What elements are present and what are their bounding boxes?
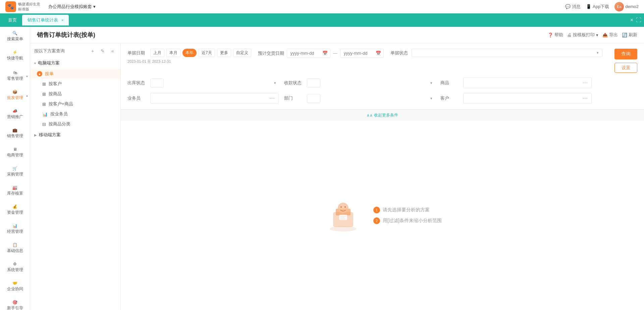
tree-item-by-customer[interactable]: ⊞ 按客户 (30, 79, 120, 89)
tree-item-by-order[interactable]: ● 按单 (30, 69, 120, 79)
edit-scheme-btn[interactable]: ✎ (99, 47, 106, 55)
export-icon: 📤 (602, 33, 608, 38)
date-btn-custom[interactable]: 自定义 (233, 49, 251, 57)
setting-button[interactable]: 设置 (614, 63, 637, 73)
tree-icon-goods: ⊞ (42, 92, 46, 97)
tree-icon-customer: ⊞ (42, 82, 46, 87)
top-bar-left: 🐾 畅捷通好生意 标准版 办公用品行业模拟账套 ▾ (5, 1, 96, 12)
window-close-btn[interactable]: × (630, 17, 633, 23)
delivery-select-wrap: ▾ (150, 79, 279, 88)
message-btn[interactable]: 💬 消息 (565, 4, 581, 10)
left-panel: 按以下方案查询 + ✎ « ▾ 电脑端方案 ● 按单 (30, 43, 121, 310)
logo-area: 🐾 畅捷通好生意 标准版 (5, 1, 40, 12)
sidebar-item-marketing[interactable]: 📣 营销推广 (0, 105, 30, 124)
empty-hint-1: 1 请先选择要分析的方案 (373, 207, 442, 213)
sidebar-item-system[interactable]: ⚙ 系统管理 (0, 258, 30, 277)
delivery-select[interactable] (150, 79, 164, 88)
page-selector[interactable]: 办公用品行业模拟账套 ▾ (48, 4, 96, 10)
tree-item-by-goods[interactable]: ⊞ 按商品 (30, 89, 120, 99)
hint-num-2: 2 (373, 217, 380, 224)
svg-rect-6 (339, 215, 347, 220)
collapse-panel-btn[interactable]: « (109, 47, 116, 55)
logo-text: 畅捷通好生意 标准版 (18, 2, 40, 11)
left-panel-header: 按以下方案查询 + ✎ « (30, 43, 120, 57)
sidebar-item-retail[interactable]: 🛍 零售管理 ▾ (0, 66, 30, 86)
sidebar-item-newguide[interactable]: 🎯 新手引导 (0, 296, 30, 310)
salesperson-field[interactable]: ··· (150, 93, 279, 104)
date-btn-this-month[interactable]: 本月 (166, 49, 180, 57)
date-label: 单据日期 (127, 50, 148, 56)
collapse-bar[interactable]: ∧∧ 收起更多条件 (121, 109, 644, 121)
refresh-btn[interactable]: 🔄 刷新 (622, 32, 637, 38)
date-btn-more[interactable]: 更多 (217, 49, 231, 57)
tree-section-mobile[interactable]: ▶ 移动端方案 (30, 129, 120, 141)
tab-close-btn[interactable]: × (61, 18, 63, 22)
department-select-wrap: ▾ (307, 94, 435, 103)
goods-dots-btn[interactable]: ··· (583, 80, 588, 86)
message-icon: 💬 (565, 4, 571, 9)
window-expand-btn[interactable]: ⛶ (636, 17, 641, 23)
tree-section-pc[interactable]: ▾ 电脑端方案 (30, 57, 120, 69)
sidebar-item-ecommerce[interactable]: 🖥 电商管理 (0, 143, 30, 162)
page-title: 销售订单统计表(按单) (37, 31, 95, 43)
action-col: 查询 设置 (609, 49, 637, 73)
customer-dots-btn[interactable]: ··· (583, 95, 588, 101)
tree-item-by-salesperson[interactable]: 📊 按业务员 (30, 109, 120, 119)
search-button[interactable]: 查询 (614, 49, 637, 59)
status-select[interactable]: ▾ (412, 49, 602, 57)
avatar: Ea (614, 2, 624, 11)
content-area: 销售订单统计表(按单) ❓ 帮助 🖨 按模板打印 ▾ 📤 导出 🔄 刷新 (30, 27, 644, 310)
export-btn[interactable]: 📤 导出 (602, 32, 618, 38)
tab-home[interactable]: 首页 (3, 15, 22, 25)
expected-date-end-wrap: 📅 (340, 49, 384, 58)
hint-num-1: 1 (373, 207, 380, 213)
sidebar-item-sales[interactable]: 💼 销售管理 (0, 124, 30, 143)
app-download-btn[interactable]: 📱 App下载 (586, 4, 609, 10)
empty-text-area: 1 请先选择要分析的方案 2 用[过滤]条件来缩小分析范围 (373, 207, 442, 224)
sidebar-item-quick-nav[interactable]: ⚡ 快捷导航 (0, 46, 30, 65)
sidebar: 🔍 搜索菜单 ⚡ 快捷导航 🛍 零售管理 ▾ 📦 批发管理 ▴ 📣 营销推广 💼… (0, 27, 30, 310)
sidebar-item-operation[interactable]: 📊 经营管理 (0, 219, 30, 239)
date-filter-group: 上月 本月 本年 近7天 更多 自定义 (150, 49, 251, 57)
print-dropdown-arrow[interactable]: ▾ (596, 33, 598, 38)
delivery-arrow-icon: ▾ (274, 81, 276, 85)
svg-point-3 (338, 203, 348, 213)
sidebar-item-wholesale[interactable]: 📦 批发管理 ▴ (0, 86, 30, 105)
page-selector-arrow: ▾ (93, 4, 96, 9)
date-btn-last7[interactable]: 近7天 (199, 49, 215, 57)
add-scheme-btn[interactable]: + (89, 47, 96, 55)
sidebar-item-basic[interactable]: 📋 基础信息 (0, 239, 30, 258)
customer-field[interactable]: ··· (463, 93, 592, 104)
top-bar: 🐾 畅捷通好生意 标准版 办公用品行业模拟账套 ▾ 💬 消息 📱 App下载 E… (0, 0, 644, 13)
tree-item-by-category[interactable]: ⊟ 按商品分类 (30, 119, 120, 129)
sidebar-item-finance[interactable]: 💰 资金管理 (0, 200, 30, 219)
inner-layout: 按以下方案查询 + ✎ « ▾ 电脑端方案 ● 按单 (30, 43, 644, 310)
date-btn-this-year[interactable]: 本年 (182, 49, 197, 57)
payment-select[interactable] (307, 79, 320, 88)
help-icon: ❓ (548, 33, 553, 38)
salesperson-label: 业务员 (127, 95, 148, 101)
expected-date-label: 预计交货日期 (258, 50, 284, 56)
department-select[interactable] (307, 94, 320, 103)
date-btn-last-month[interactable]: 上月 (150, 49, 164, 57)
tree-icon-customer-goods: ⊞ (42, 102, 46, 107)
sidebar-item-enterprise[interactable]: 🤝 企业协同 (0, 277, 30, 296)
goods-field[interactable]: ··· (463, 78, 592, 88)
sidebar-item-inventory[interactable]: 🏭 库存核算 (0, 181, 30, 200)
print-btn[interactable]: 🖨 按模板打印 ▾ (567, 32, 598, 38)
tab-sales-order[interactable]: 销售订单统计表 × (22, 15, 69, 25)
status-arrow-icon: ▾ (597, 51, 599, 55)
tree-item-by-customer-goods[interactable]: ⊞ 按客户+商品 (30, 99, 120, 109)
user-menu[interactable]: Ea demo2 (614, 2, 639, 11)
sidebar-item-purchase[interactable]: 🛒 采购管理 (0, 162, 30, 181)
tree-icon-by-order: ● (37, 71, 42, 76)
department-label: 部门 (284, 95, 304, 101)
delivery-label: 出库状态 (127, 80, 148, 86)
date-dash: — (333, 51, 337, 56)
help-btn[interactable]: ❓ 帮助 (548, 32, 563, 38)
sidebar-item-search[interactable]: 🔍 搜索菜单 (0, 27, 30, 46)
app-download-icon: 📱 (586, 4, 591, 9)
expected-date-start-wrap: 📅 (287, 49, 330, 58)
salesperson-dots-btn[interactable]: ··· (269, 95, 275, 101)
empty-hint-2: 2 用[过滤]条件来缩小分析范围 (373, 217, 442, 224)
